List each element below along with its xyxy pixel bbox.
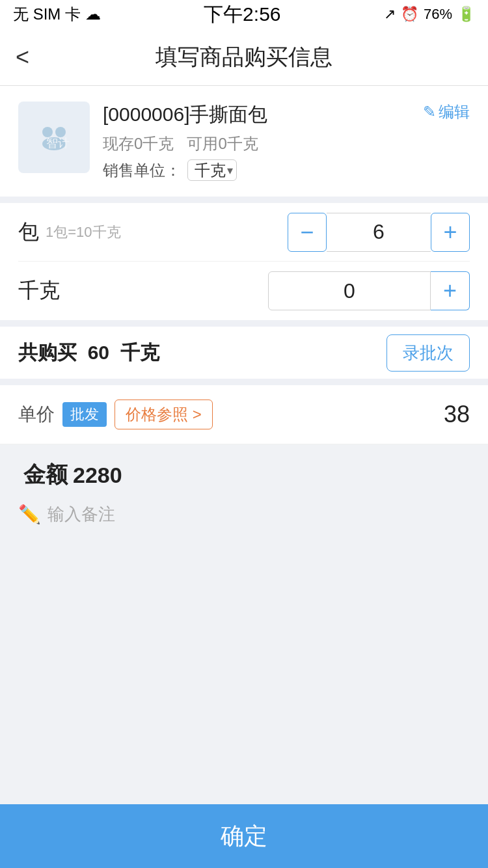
amount-row: 金额 2280	[18, 460, 470, 490]
product-unit-row: 销售单位： 千克 包	[103, 159, 470, 181]
product-logo-icon: 智计	[34, 118, 74, 157]
confirm-button[interactable]: 确定	[0, 804, 488, 868]
back-button[interactable]: <	[16, 44, 29, 71]
kg-label: 千克	[18, 277, 60, 305]
bao-increment-button[interactable]: +	[431, 213, 470, 252]
edit-icon: ✎	[423, 103, 436, 121]
main-content: 智计 [0000006]手撕面包 ✎ 编辑 现存0千克 可用0千克 销售单位： …	[0, 86, 488, 804]
unit-select-wrap[interactable]: 千克 包	[187, 159, 237, 181]
price-type-tag: 批发	[62, 402, 107, 427]
battery-indicator: 76%	[424, 6, 452, 23]
kg-qty-controls: +	[268, 271, 470, 310]
product-info: [0000006]手撕面包 ✎ 编辑 现存0千克 可用0千克 销售单位： 千克 …	[103, 102, 470, 181]
remark-placeholder: 输入备注	[47, 503, 115, 526]
amount-section: 金额 2280 ✏️ 输入备注	[0, 444, 488, 804]
location-icon: ↗	[384, 6, 396, 23]
product-stock: 现存0千克 可用0千克	[103, 133, 470, 154]
status-time: 下午2:56	[204, 1, 280, 28]
pencil-icon: ✏️	[18, 504, 41, 525]
bao-qty-controls: − +	[288, 213, 470, 252]
kg-qty-input[interactable]	[268, 271, 431, 310]
bao-decrement-button[interactable]: −	[288, 213, 327, 252]
price-reference-button[interactable]: 价格参照 >	[115, 400, 213, 429]
alarm-icon: ⏰	[401, 6, 418, 23]
product-card: 智计 [0000006]手撕面包 ✎ 编辑 现存0千克 可用0千克 销售单位： …	[0, 86, 488, 203]
price-label: 单价	[18, 402, 55, 427]
svg-point-1	[55, 127, 66, 137]
product-name: [0000006]手撕面包	[103, 102, 267, 128]
kg-increment-button[interactable]: +	[431, 271, 470, 310]
bao-qty-input[interactable]	[327, 213, 431, 252]
status-left: 无 SIM 卡 ☁	[13, 4, 101, 25]
product-thumbnail: 智计	[18, 102, 90, 173]
edit-button[interactable]: ✎ 编辑	[423, 102, 470, 122]
nav-bar: < 填写商品购买信息	[0, 29, 488, 86]
bao-hint: 1包=10千克	[46, 223, 288, 242]
kg-row: 千克 +	[18, 262, 470, 320]
price-section: 单价 批发 价格参照 > 38	[0, 385, 488, 444]
status-bar: 无 SIM 卡 ☁ 下午2:56 ↗ ⏰ 76% 🔋	[0, 0, 488, 29]
battery-icon: 🔋	[457, 6, 475, 23]
product-header: [0000006]手撕面包 ✎ 编辑	[103, 102, 470, 128]
total-section: 共购买 60 千克 录批次	[0, 327, 488, 385]
status-right: ↗ ⏰ 76% 🔋	[384, 6, 475, 23]
svg-text:智计: 智计	[46, 137, 70, 150]
page-title: 填写商品购买信息	[156, 42, 332, 72]
quantity-section: 包 1包=10千克 − + 千克 +	[0, 203, 488, 327]
sim-indicator: 无 SIM 卡 ☁	[13, 4, 101, 25]
svg-point-0	[42, 127, 53, 137]
bao-row: 包 1包=10千克 − +	[18, 203, 470, 262]
batch-button[interactable]: 录批次	[386, 334, 470, 372]
total-text: 共购买 60 千克	[18, 340, 386, 366]
price-value: 38	[444, 401, 470, 428]
remark-row[interactable]: ✏️ 输入备注	[18, 503, 470, 526]
bao-label: 包	[18, 218, 39, 247]
unit-select[interactable]: 千克 包	[187, 159, 237, 181]
